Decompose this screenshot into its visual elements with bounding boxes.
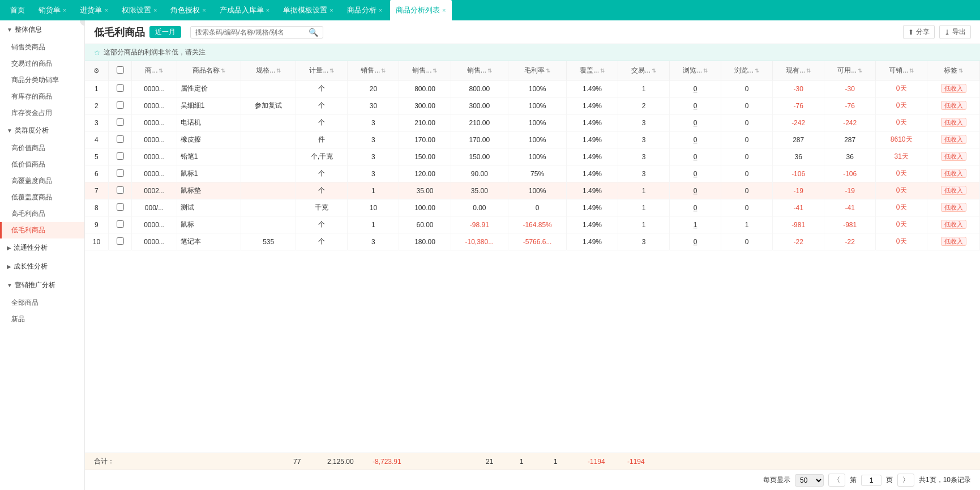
browse1-link[interactable]: 0 (694, 119, 697, 127)
sidebar-item-商品分类助销率[interactable]: 商品分类助销率 (0, 72, 84, 88)
sidebar-item-低价值商品[interactable]: 低价值商品 (0, 156, 84, 173)
row-checkbox[interactable] (117, 84, 124, 92)
col-header-checkbox[interactable] (108, 61, 132, 80)
sidebar-item-低毛利商品[interactable]: 低毛利商品 (0, 222, 84, 238)
sort-icon-browse1[interactable]: ⇅ (703, 67, 708, 74)
nav-item-产成品入库单[interactable]: 产成品入库单× (214, 0, 275, 20)
sidebar-item-高毛利商品[interactable]: 高毛利商品 (0, 206, 84, 222)
search-input[interactable] (195, 28, 309, 36)
sidebar-item-库存资金占用[interactable]: 库存资金占用 (0, 105, 84, 121)
row-checkbox[interactable] (117, 152, 124, 160)
nav-item-角色授权[interactable]: 角色授权× (165, 0, 211, 20)
sidebar-group-成长性分析[interactable]: ▶成长性分析 (0, 257, 84, 276)
select-all-checkbox[interactable] (117, 66, 124, 74)
sidebar-item-有库存的商品[interactable]: 有库存的商品 (0, 88, 84, 105)
sort-icon-sales_amount[interactable]: ⇅ (487, 67, 492, 74)
sort-icon-available_stock[interactable]: ⇅ (858, 67, 862, 74)
sidebar-item-全部商品[interactable]: 全部商品 (0, 295, 84, 311)
close-icon[interactable]: × (153, 7, 157, 14)
sidebar-item-高价值商品[interactable]: 高价值商品 (0, 140, 84, 156)
row-checkbox[interactable] (117, 220, 124, 228)
browse1-link[interactable]: 0 (694, 85, 697, 93)
close-icon[interactable]: × (104, 7, 108, 14)
browse1-link[interactable]: 1 (694, 221, 697, 229)
nav-item-首页[interactable]: 首页 (5, 0, 31, 20)
sort-icon-code[interactable]: ⇅ (159, 67, 163, 74)
page-input[interactable] (861, 475, 881, 486)
nav-item-进货单[interactable]: 进货单× (74, 0, 113, 20)
export-button[interactable]: ⤓ 导出 (939, 25, 971, 39)
sort-icon-unit[interactable]: ⇅ (329, 67, 334, 74)
sort-icon-name[interactable]: ⇅ (221, 67, 225, 74)
browse1-link[interactable]: 0 (694, 136, 697, 144)
col-header-unit[interactable]: 计量...⇅ (296, 61, 348, 80)
row-sales-price: 100.00 (399, 199, 451, 216)
sort-icon-tag[interactable]: ⇅ (958, 67, 963, 74)
sort-icon-current_stock[interactable]: ⇅ (806, 67, 811, 74)
close-icon[interactable]: × (202, 7, 206, 14)
prev-page-button[interactable]: 〈 (828, 474, 845, 487)
sort-icon-browse2[interactable]: ⇅ (755, 67, 759, 74)
sidebar-group-营销推广分析[interactable]: ▼营销推广分析 (0, 276, 84, 295)
col-header-sales_price[interactable]: 销售...⇅ (399, 61, 451, 80)
row-checkbox[interactable] (117, 237, 124, 245)
row-checkbox[interactable] (117, 169, 124, 177)
sort-icon-spec[interactable]: ⇅ (276, 67, 281, 74)
col-header-browse1[interactable]: 浏览...⇅ (670, 61, 721, 80)
browse1-link[interactable]: 0 (694, 204, 697, 212)
col-header-coverage[interactable]: 覆盖...⇅ (567, 61, 618, 80)
nav-item-商品分析[interactable]: 商品分析× (341, 0, 388, 20)
col-header-current_stock[interactable]: 现有...⇅ (773, 61, 824, 80)
next-page-button[interactable]: 〉 (897, 474, 914, 487)
nav-item-单据模板设置[interactable]: 单据模板设置× (277, 0, 339, 20)
sidebar-item-交易过的商品[interactable]: 交易过的商品 (0, 56, 84, 72)
row-checkbox[interactable] (117, 203, 124, 211)
sort-icon-sales_price[interactable]: ⇅ (433, 67, 437, 74)
row-checkbox[interactable] (117, 135, 124, 143)
nav-item-销货单[interactable]: 销货单× (33, 0, 72, 20)
col-header-spec[interactable]: 规格...⇅ (241, 61, 296, 80)
row-checkbox[interactable] (117, 101, 124, 109)
share-button[interactable]: ⬆ 分享 (903, 25, 935, 39)
sidebar-group-流通性分析[interactable]: ▶流通性分析 (0, 238, 84, 257)
close-icon[interactable]: × (266, 7, 269, 14)
sort-icon-sales_qty[interactable]: ⇅ (381, 67, 386, 74)
sort-icon-sellable_days[interactable]: ⇅ (909, 67, 914, 74)
col-header-sellable_days[interactable]: 可销...⇅ (876, 61, 927, 80)
col-header-available_stock[interactable]: 可用...⇅ (824, 61, 876, 80)
col-header-tag[interactable]: 标签⇅ (927, 61, 980, 80)
close-icon[interactable]: × (442, 7, 446, 14)
close-icon[interactable]: × (329, 7, 333, 14)
sidebar-group-整体信息[interactable]: ▼整体信息 (0, 20, 84, 39)
row-tag: 低收入 (927, 80, 980, 97)
sidebar-item-新品[interactable]: 新品 (0, 311, 84, 327)
browse1-link[interactable]: 0 (694, 153, 697, 161)
sidebar-item-高覆盖度商品[interactable]: 高覆盖度商品 (0, 173, 84, 189)
sort-icon-trade_count[interactable]: ⇅ (652, 67, 656, 74)
sort-icon-coverage[interactable]: ⇅ (600, 67, 605, 74)
col-header-browse2[interactable]: 浏览...⇅ (721, 61, 773, 80)
filter-button[interactable]: 近一月 (149, 26, 181, 38)
browse1-link[interactable]: 0 (694, 170, 697, 178)
row-checkbox[interactable] (117, 186, 124, 194)
sidebar-item-销售类商品[interactable]: 销售类商品 (0, 39, 84, 56)
col-header-sales_qty[interactable]: 销售...⇅ (348, 61, 399, 80)
col-header-sales_amount[interactable]: 销售...⇅ (451, 61, 508, 80)
sort-icon-gross_margin[interactable]: ⇅ (546, 67, 550, 74)
sidebar-group-类群度分析[interactable]: ▼类群度分析 (0, 121, 84, 140)
col-header-code[interactable]: 商...⇅ (132, 61, 177, 80)
nav-item-权限设置[interactable]: 权限设置× (116, 0, 162, 20)
col-header-gross_margin[interactable]: 毛利率⇅ (508, 61, 567, 80)
browse1-link[interactable]: 0 (694, 238, 697, 246)
close-icon[interactable]: × (379, 7, 382, 14)
browse1-link[interactable]: 0 (694, 187, 697, 195)
row-checkbox[interactable] (117, 118, 124, 126)
page-size-select[interactable]: 50 20 100 (795, 474, 824, 487)
col-header-trade_count[interactable]: 交易...⇅ (618, 61, 670, 80)
col-header-settings[interactable]: ⚙ (85, 61, 108, 80)
nav-item-商品分析列表[interactable]: 商品分析列表× (390, 0, 451, 20)
browse1-link[interactable]: 0 (694, 102, 697, 110)
close-icon[interactable]: × (63, 7, 66, 14)
col-header-name[interactable]: 商品名称⇅ (177, 61, 241, 80)
sidebar-item-低覆盖度商品[interactable]: 低覆盖度商品 (0, 189, 84, 206)
